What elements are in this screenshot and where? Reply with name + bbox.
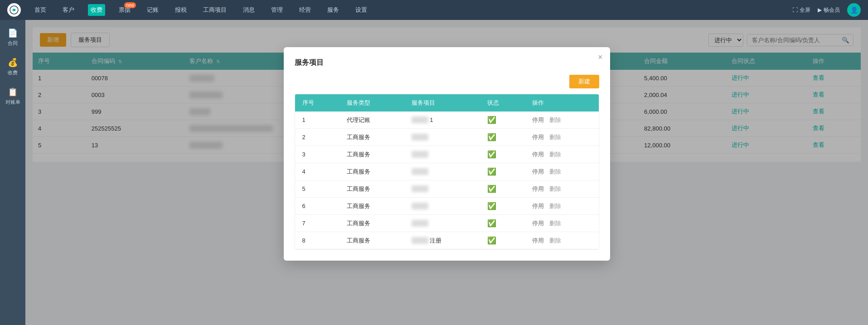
modal-close-button[interactable]: × xyxy=(598,53,603,62)
top-nav-right: ⛶ 全屏 ▶ 畅会员 👤 xyxy=(792,3,861,17)
avatar-icon: 👤 xyxy=(850,6,858,14)
nav-fee[interactable]: 收费 xyxy=(88,4,105,16)
modal-row-no: 2 xyxy=(295,129,340,146)
modal-row-type: 工商服务 xyxy=(339,163,404,180)
delete-button[interactable]: 删除 xyxy=(549,151,561,158)
stop-button[interactable]: 停用 xyxy=(532,237,544,244)
nav-customer[interactable]: 客户 xyxy=(60,4,77,16)
nav-settings[interactable]: 设置 xyxy=(353,4,370,16)
list-item: 4 工商服务 ████ ✅ 停用 删除 xyxy=(295,163,599,180)
sidebar-item-reconcile[interactable]: 📋 对账单 xyxy=(0,83,25,109)
modal-row-type: 工商服务 xyxy=(339,198,404,215)
vip-icon: ▶ xyxy=(818,7,822,13)
status-check-icon: ✅ xyxy=(487,116,496,124)
nav-service[interactable]: 服务 xyxy=(325,4,342,16)
modal-row-status: ✅ xyxy=(480,146,525,163)
top-navigation: 首页 客户 收费 票据 new 记账 报税 工商项目 消息 管理 经营 服务 设… xyxy=(0,0,868,20)
status-check-icon: ✅ xyxy=(487,150,496,158)
modal-row-no: 7 xyxy=(295,215,340,232)
modal-row-item: ████ xyxy=(404,146,480,163)
modal-row-item: ████ xyxy=(404,129,480,146)
stop-button[interactable]: 停用 xyxy=(532,134,544,141)
modal-row-actions: 停用 删除 xyxy=(525,198,599,215)
modal-row-item: ████ 1 xyxy=(404,112,480,129)
modal-row-item: ████ xyxy=(404,215,480,232)
modal-row-status: ✅ xyxy=(480,232,525,249)
modal-row-actions: 停用 删除 xyxy=(525,112,599,129)
modal-row-type: 工商服务 xyxy=(339,232,404,249)
left-sidebar: 📄 合同 💰 收费 📋 对账单 xyxy=(0,20,25,325)
list-item: 6 工商服务 ████ ✅ 停用 删除 xyxy=(295,198,599,215)
modal-row-no: 1 xyxy=(295,112,340,129)
new-badge: new xyxy=(124,2,136,8)
modal-row-status: ✅ xyxy=(480,215,525,232)
sidebar-item-fee[interactable]: 💰 收费 xyxy=(0,54,25,80)
modal-row-actions: 停用 删除 xyxy=(525,232,599,249)
contract-icon: 📄 xyxy=(8,28,18,38)
status-check-icon: ✅ xyxy=(487,133,496,141)
modal-row-item: ████ xyxy=(404,163,480,180)
list-item: 8 工商服务 ████ 注册 ✅ 停用 删除 xyxy=(295,232,599,249)
stop-button[interactable]: 停用 xyxy=(532,185,544,192)
nav-manage[interactable]: 管理 xyxy=(268,4,286,16)
delete-button[interactable]: 删除 xyxy=(549,203,561,209)
stop-button[interactable]: 停用 xyxy=(532,168,544,175)
list-item: 7 工商服务 ████ ✅ 停用 删除 xyxy=(295,215,599,232)
reconcile-icon: 📋 xyxy=(8,87,18,97)
status-check-icon: ✅ xyxy=(487,219,496,227)
modal-row-no: 4 xyxy=(295,163,340,180)
fee-icon: 💰 xyxy=(8,58,18,68)
modal-backdrop: × 服务项目 新建 序号 服务类型 服务项目 状态 操作 xyxy=(25,20,868,325)
service-item-table-wrap[interactable]: 序号 服务类型 服务项目 状态 操作 1 代理记账 ████ 1 xyxy=(295,94,599,250)
modal-row-no: 3 xyxy=(295,146,340,163)
list-item: 3 工商服务 ████ ✅ 停用 删除 xyxy=(295,146,599,163)
service-item-table: 序号 服务类型 服务项目 状态 操作 1 代理记账 ████ 1 xyxy=(295,94,599,249)
modal-col-no: 序号 xyxy=(295,94,340,112)
app-logo[interactable] xyxy=(7,3,21,17)
nav-business[interactable]: 工商项目 xyxy=(200,4,229,16)
modal-row-no: 5 xyxy=(295,180,340,198)
status-check-icon: ✅ xyxy=(487,202,496,210)
delete-button[interactable]: 删除 xyxy=(549,134,561,141)
main-layout: 📄 合同 💰 收费 📋 对账单 新增 服务项目 进行中 已结束 全部 xyxy=(0,20,868,325)
vip-btn[interactable]: ▶ 畅会员 xyxy=(818,6,840,14)
modal-row-type: 工商服务 xyxy=(339,180,404,198)
user-avatar[interactable]: 👤 xyxy=(847,3,861,17)
modal-row-no: 6 xyxy=(295,198,340,215)
nav-tax[interactable]: 报税 xyxy=(172,4,189,16)
modal-row-type: 工商服务 xyxy=(339,215,404,232)
stop-button[interactable]: 停用 xyxy=(532,203,544,209)
content-area: 新增 服务项目 进行中 已结束 全部 🔍 xyxy=(25,20,868,325)
delete-button[interactable]: 删除 xyxy=(549,116,561,123)
modal-col-type: 服务类型 xyxy=(339,94,404,112)
modal-col-status: 状态 xyxy=(480,94,525,112)
modal-col-action: 操作 xyxy=(525,94,599,112)
modal-row-type: 工商服务 xyxy=(339,129,404,146)
nav-business2[interactable]: 经营 xyxy=(296,4,314,16)
modal-title: 服务项目 xyxy=(295,58,599,68)
modal-row-actions: 停用 删除 xyxy=(525,129,599,146)
stop-button[interactable]: 停用 xyxy=(532,151,544,158)
nav-home[interactable]: 首页 xyxy=(32,4,49,16)
stop-button[interactable]: 停用 xyxy=(532,220,544,227)
modal-row-no: 8 xyxy=(295,232,340,249)
delete-button[interactable]: 删除 xyxy=(549,220,561,227)
modal-new-button[interactable]: 新建 xyxy=(569,75,599,88)
stop-button[interactable]: 停用 xyxy=(532,116,544,123)
list-item: 5 工商服务 ████ ✅ 停用 删除 xyxy=(295,180,599,198)
delete-button[interactable]: 删除 xyxy=(549,168,561,175)
nav-message[interactable]: 消息 xyxy=(240,4,257,16)
delete-button[interactable]: 删除 xyxy=(549,237,561,244)
sidebar-item-contract[interactable]: 📄 合同 xyxy=(0,24,25,50)
delete-button[interactable]: 删除 xyxy=(549,185,561,192)
modal-row-actions: 停用 删除 xyxy=(525,163,599,180)
nav-bookkeeping[interactable]: 记账 xyxy=(144,4,161,16)
nav-invoice[interactable]: 票据 new xyxy=(116,4,133,16)
modal-toolbar: 新建 xyxy=(295,75,599,88)
modal-row-actions: 停用 删除 xyxy=(525,146,599,163)
modal-row-item: ████ 注册 xyxy=(404,232,480,249)
fullscreen-btn[interactable]: ⛶ 全屏 xyxy=(792,6,810,14)
modal-row-item: ████ xyxy=(404,198,480,215)
fullscreen-icon: ⛶ xyxy=(792,7,798,13)
modal-row-actions: 停用 删除 xyxy=(525,180,599,198)
